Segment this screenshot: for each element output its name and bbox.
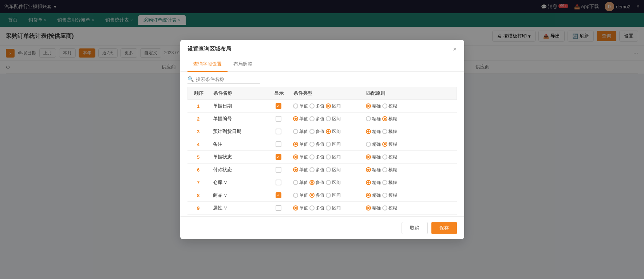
- dialog-close-button[interactable]: ×: [453, 46, 457, 52]
- modal-overlay: 设置查询区域布局 × 查询字段设置 布局调整 🔍 顺序 条件名称: [0, 0, 644, 74]
- tab-layout-adjust[interactable]: 布局调整: [228, 57, 258, 72]
- dialog-tabs: 查询字段设置 布局调整: [180, 57, 464, 72]
- settings-dialog: 设置查询区域布局 × 查询字段设置 布局调整 🔍 顺序 条件名称: [180, 40, 464, 74]
- dialog-title: 设置查询区域布局: [187, 46, 231, 52]
- tab-query-fields[interactable]: 查询字段设置: [187, 57, 228, 72]
- dialog-header: 设置查询区域布局 ×: [180, 40, 464, 57]
- search-row: 🔍: [180, 72, 464, 74]
